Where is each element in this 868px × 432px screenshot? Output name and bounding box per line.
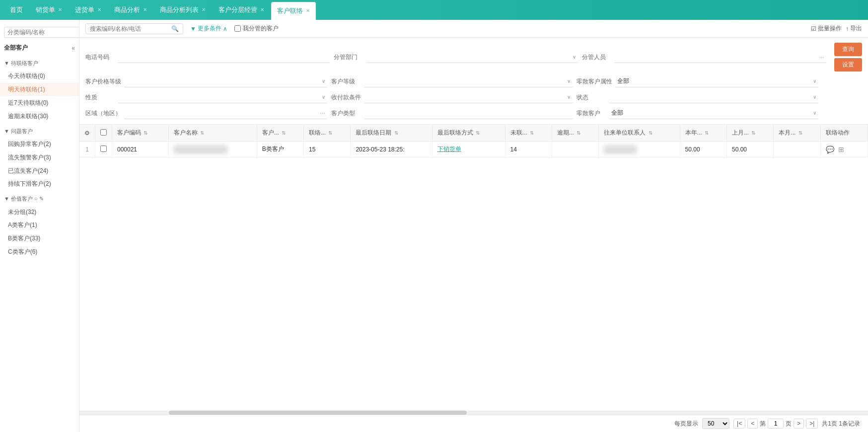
chevron-down-icon: ∨ [567,78,571,84]
batch-operation-button[interactable]: ☑ 批量操作 [811,24,842,33]
scroll-thumb[interactable] [169,411,467,415]
sort-icon[interactable]: ⇅ [328,130,332,136]
col-this-year[interactable]: 本年... ⇅ [680,125,726,142]
col-gear[interactable]: ⚙ [79,125,95,142]
nav-product-analysis[interactable]: 商品分析 ✕ [108,0,153,20]
sidebar-item-type-a[interactable]: A类客户(1) [0,218,79,232]
sort-icon[interactable]: ⇅ [530,130,534,136]
col-no-contact[interactable]: 未联... ⇅ [505,125,552,142]
chevron-down-icon: ∨ [567,94,571,100]
sidebar-item-tomorrow[interactable]: 明天待联络(1) [0,83,79,96]
gear-icon[interactable]: ⚙ [84,130,90,137]
sidebar-item-overdue[interactable]: 逾期未联络(30) [0,110,79,123]
settings-button[interactable]: 设置 [834,58,862,72]
col-name[interactable]: 客户名称 ⇅ [168,125,257,142]
select-all-checkbox[interactable] [100,129,107,136]
filter-phone-input[interactable] [118,51,330,63]
close-customer-tier-tab[interactable]: ✕ [260,0,264,20]
nav-customer-contact[interactable]: 客户联络 ✕ [271,2,316,20]
my-customers-checkbox-label[interactable]: 我分管的客户 [234,24,279,33]
chevron-down-icon: ∨ [813,78,816,84]
sort-icon[interactable]: ⇅ [200,130,204,136]
sort-icon[interactable]: ⇅ [751,130,755,136]
sort-icon[interactable]: ⇅ [705,130,709,136]
close-sales-tab[interactable]: ✕ [58,0,62,20]
filter-region-input[interactable]: ··· [124,107,327,119]
nav-customer-tier[interactable]: 客户分层经营 ✕ [213,0,270,20]
col-overdue[interactable]: 逾期... ⇅ [552,125,598,142]
sidebar-item-lost[interactable]: 已流失客户(24) [0,164,79,178]
sidebar-item-type-c[interactable]: C类客户(6) [0,245,79,259]
collapse-icon[interactable]: « [72,45,75,52]
sidebar-item-declining[interactable]: 持续下滑客户(2) [0,177,79,191]
filter-price-grade-select[interactable]: ∨ [124,75,327,87]
col-last-month[interactable]: 上月... ⇅ [726,125,773,142]
col-contact-person[interactable]: 往来单位联系人 ⇅ [599,125,680,142]
action-icons-group: 💬 ⊞ [826,145,863,153]
prev-page-button[interactable]: < [747,419,758,429]
filter-payment-select[interactable]: ∨ [364,91,573,103]
contact-method-link[interactable]: 下销货单 [437,145,461,152]
nav-product-analysis-list[interactable]: 商品分析列表 ✕ [154,0,212,20]
filter-customer-type-input[interactable] [364,107,573,119]
filter-retail-customer-select[interactable]: 全部 ∨ [609,107,818,119]
search-icon[interactable]: 🔍 [171,25,179,32]
col-last-method[interactable]: 最后联络方式 ⇅ [432,125,505,142]
qr-icon[interactable]: ⊞ [838,145,844,153]
cell-checkbox[interactable] [95,142,112,157]
close-purchase-tab[interactable]: ✕ [97,0,101,20]
row-checkbox[interactable] [100,145,107,152]
last-page-button[interactable]: >| [806,419,818,429]
sort-icon[interactable]: ⇅ [144,130,147,136]
sort-icon[interactable]: ⇅ [282,130,286,136]
all-customers-header[interactable]: 全部客户 « [0,41,79,55]
col-checkbox[interactable] [95,125,112,142]
sidebar-item-lostwarning[interactable]: 流失预警客户(3) [0,151,79,164]
first-page-button[interactable]: |< [733,419,745,429]
page-navigation: |< < 第 页 > >| [733,419,818,429]
sidebar-item-today[interactable]: 今天待联络(0) [0,70,79,83]
sidebar-item-7days[interactable]: 近7天待联络(0) [0,96,79,110]
nav-sales[interactable]: 销货单 ✕ [30,0,68,20]
nav-home[interactable]: 首页 [4,0,29,20]
search-input[interactable] [90,25,169,32]
filter-customer-grade-select[interactable]: ∨ [364,75,573,87]
col-code[interactable]: 客户编码 ⇅ [112,125,169,142]
all-customers-label: 全部客户 [4,44,28,52]
filter-status-select[interactable]: ∨ [609,91,818,103]
export-icon: ↑ [846,25,849,32]
cell-last-method[interactable]: 下销货单 [432,142,505,157]
filter-nature-select[interactable]: ∨ [118,91,327,103]
sort-icon[interactable]: ⇅ [798,130,802,136]
query-button[interactable]: 查询 [834,43,862,56]
page-number-input[interactable] [768,419,784,429]
sort-icon[interactable]: ⇅ [649,130,652,136]
sort-icon[interactable]: ⇅ [394,130,398,136]
col-this-month[interactable]: 本月... ⇅ [774,125,820,142]
col-contact-count[interactable]: 联络... ⇅ [304,125,351,142]
sidebar-item-abnormal[interactable]: 回购异常客户(2) [0,138,79,151]
col-type[interactable]: 客户... ⇅ [257,125,303,142]
close-product-list-tab[interactable]: ✕ [202,0,206,20]
sort-icon[interactable]: ⇅ [476,130,480,136]
sidebar-search-input[interactable] [4,27,79,38]
nav-purchase[interactable]: 进货单 ✕ [69,0,107,20]
filter-person-input[interactable]: ··· [615,51,826,63]
filter-retail-attr-select[interactable]: 全部 ∨ [615,75,818,87]
next-page-button[interactable]: > [794,419,804,429]
close-customer-contact-tab[interactable]: ✕ [306,2,310,20]
my-customers-checkbox[interactable] [234,25,241,32]
col-last-date[interactable]: 最后联络日期 ⇅ [351,125,432,142]
close-product-analysis-tab[interactable]: ✕ [143,0,147,20]
horizontal-scrollbar[interactable] [79,411,868,415]
more-filter-button[interactable]: ▼ 更多条件 ∧ [187,23,230,34]
page-size-select[interactable]: 50 100 200 [702,418,729,429]
sidebar-item-ungroup[interactable]: 未分组(32) [0,206,79,219]
sort-icon[interactable]: ⇅ [577,130,580,136]
more-options-icon[interactable]: ··· [819,54,824,61]
filter-dept-select[interactable]: ∨ [366,51,578,63]
sidebar-item-type-b[interactable]: B类客户(33) [0,232,79,245]
export-button[interactable]: ↑ 导出 [846,24,862,33]
more-options-icon[interactable]: ··· [320,110,325,117]
comment-icon[interactable]: 💬 [826,145,834,153]
